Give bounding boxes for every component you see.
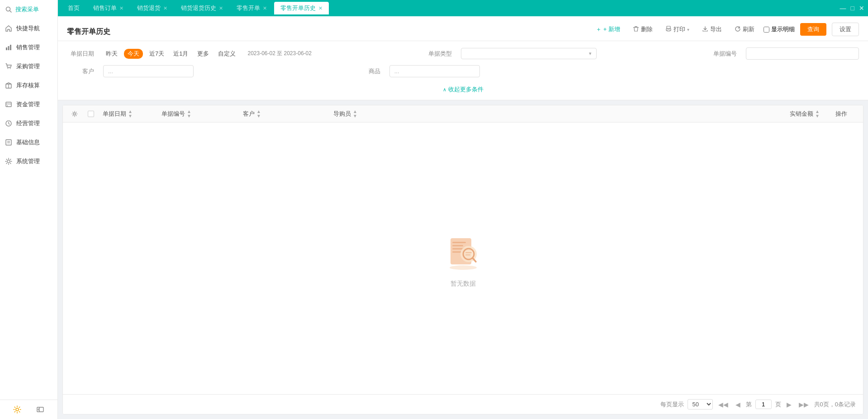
filter-area: 单据日期 昨天 今天 近7天 近1月 更多 自定义 2023-06-02 至 2… (58, 41, 868, 100)
delete-button[interactable]: 删除 (629, 24, 656, 35)
th-date[interactable]: 单据日期 ▲▼ (99, 109, 158, 118)
tab-close-icon[interactable]: ✕ (318, 5, 323, 11)
th-action: 操作 (823, 110, 859, 118)
export-icon (702, 26, 708, 33)
select-all-checkbox[interactable] (88, 111, 94, 117)
page-header: 零售开单历史 ＋ + 新增 删除 (58, 16, 868, 41)
svg-rect-2 (6, 47, 7, 50)
display-detail-label: 显示明细 (771, 25, 795, 33)
svg-rect-20 (635, 26, 637, 27)
box-icon (5, 81, 13, 89)
main-area: 首页 销售订单 ✕ 销货退货 ✕ 销货退货历史 ✕ 零售开单 ✕ 零售开单历史 … (58, 0, 868, 419)
th-action-label: 操作 (835, 110, 847, 118)
filter-row-1: 单据日期 昨天 今天 近7天 近1月 更多 自定义 2023-06-02 至 2… (67, 47, 859, 60)
tab-close-icon[interactable]: ✕ (263, 5, 267, 11)
export-label: 导出 (710, 25, 722, 33)
doc-type-label: 单据类型 (425, 50, 452, 58)
sidebar-item-label: 库存核算 (16, 81, 40, 89)
settings-button[interactable]: 设置 (832, 23, 859, 36)
refresh-button[interactable]: 刷新 (731, 24, 758, 35)
close-button[interactable]: ✕ (859, 5, 864, 12)
date-option-1month[interactable]: 近1月 (171, 49, 191, 59)
sidebar-item-system-mgmt[interactable]: 系统管理 (0, 152, 57, 171)
sidebar-item-label: 基础信息 (16, 138, 40, 146)
collapse-sidebar-icon[interactable] (36, 405, 44, 414)
th-amount[interactable]: 实销金额 ▲▼ (769, 109, 823, 118)
sidebar-item-label: 销售管理 (16, 43, 40, 52)
detail-checkbox-input[interactable] (764, 27, 769, 33)
collapse-button[interactable]: ∧ 收起更多条件 (67, 83, 859, 94)
svg-rect-23 (667, 30, 670, 31)
svg-rect-4 (10, 45, 11, 50)
tab-close-icon[interactable]: ✕ (163, 5, 167, 11)
sidebar-item-finance[interactable]: 资金管理 (0, 95, 57, 114)
sidebar-item-quick-nav[interactable]: 快捷导航 (0, 19, 57, 38)
date-option-7days[interactable]: 近7天 (147, 49, 167, 59)
tab-sales-return-history[interactable]: 销货退货历史 ✕ (175, 2, 229, 14)
tab-retail-open-history[interactable]: 零售开单历史 ✕ (274, 2, 329, 14)
th-settings[interactable] (66, 111, 83, 117)
empty-illustration (441, 229, 486, 274)
goods-select[interactable]: ... (389, 65, 480, 77)
next-page-button[interactable]: ▶ (785, 400, 793, 409)
table-area: 单据日期 ▲▼ 单据编号 ▲▼ 客户 ▲▼ 导购员 ▲▼ 实销金额 (62, 105, 863, 414)
svg-point-24 (74, 113, 76, 115)
th-client[interactable]: 客户 ▲▼ (239, 109, 330, 118)
svg-rect-12 (6, 140, 11, 145)
total-info: 共0页，0条记录 (814, 400, 856, 409)
print-label: 打印 (674, 25, 685, 33)
print-button[interactable]: 打印 ▾ (662, 24, 693, 35)
per-page-select[interactable]: 50 10 20 100 (688, 399, 713, 410)
date-option-yesterday[interactable]: 昨天 (103, 49, 120, 59)
sidebar-search[interactable]: 搜索采单 (0, 0, 57, 19)
tab-label: 首页 (68, 4, 80, 12)
th-num[interactable]: 单据编号 ▲▼ (158, 109, 239, 118)
svg-rect-30 (452, 251, 461, 253)
prev-page-button[interactable]: ◀ (734, 400, 742, 409)
doc-num-input[interactable] (746, 47, 859, 60)
date-range-display: 2023-06-02 至 2023-06-02 (247, 50, 311, 57)
page-number-input[interactable] (755, 400, 772, 409)
tab-sales-order[interactable]: 销售订单 ✕ (87, 2, 130, 14)
sort-icon: ▲▼ (815, 109, 820, 118)
sidebar-item-operations[interactable]: 经营管理 (0, 114, 57, 133)
customer-select[interactable]: ... (103, 65, 194, 77)
query-button[interactable]: 查询 (800, 23, 826, 36)
add-button[interactable]: ＋ + 新增 (592, 24, 624, 35)
th-check[interactable] (83, 111, 99, 117)
th-date-label: 单据日期 (103, 110, 126, 118)
tab-retail-open[interactable]: 零售开单 ✕ (230, 2, 273, 14)
sidebar-item-sales-mgmt[interactable]: 销售管理 (0, 38, 57, 57)
tab-sales-return[interactable]: 销货退货 ✕ (131, 2, 174, 14)
th-guide[interactable]: 导购员 ▲▼ (330, 109, 384, 118)
sidebar-item-purchase-mgmt[interactable]: 采购管理 (0, 57, 57, 76)
svg-point-5 (8, 68, 9, 69)
sidebar-item-basic-info[interactable]: 基础信息 (0, 133, 57, 152)
maximize-button[interactable]: □ (851, 5, 854, 12)
tab-close-icon[interactable]: ✕ (219, 5, 223, 11)
svg-rect-3 (8, 46, 9, 50)
table-header: 单据日期 ▲▼ 单据编号 ▲▼ 客户 ▲▼ 导购员 ▲▼ 实销金额 (63, 105, 863, 122)
empty-text: 暂无数据 (451, 280, 476, 288)
minimize-button[interactable]: — (840, 5, 846, 12)
th-num-label: 单据编号 (161, 110, 185, 118)
tab-home[interactable]: 首页 (62, 2, 86, 14)
window-controls: — □ ✕ (840, 5, 864, 12)
delete-icon (633, 26, 639, 33)
date-option-custom[interactable]: 自定义 (215, 49, 238, 59)
chevron-up-icon: ∧ (443, 87, 446, 93)
svg-point-16 (16, 408, 19, 411)
info-icon (5, 138, 13, 146)
settings-footer-icon[interactable] (13, 405, 21, 414)
doc-type-select[interactable]: ▾ (461, 48, 597, 59)
first-page-button[interactable]: ◀◀ (716, 400, 730, 409)
date-option-today[interactable]: 今天 (124, 49, 143, 59)
toolbar: ＋ + 新增 删除 (592, 23, 859, 41)
date-option-more[interactable]: 更多 (194, 49, 212, 59)
display-detail-checkbox[interactable]: 显示明细 (764, 25, 795, 33)
export-button[interactable]: 导出 (698, 24, 726, 35)
tab-close-icon[interactable]: ✕ (119, 5, 123, 11)
sidebar-item-inventory[interactable]: 库存核算 (0, 76, 57, 95)
last-page-button[interactable]: ▶▶ (797, 400, 811, 409)
sort-icon: ▲▼ (187, 109, 191, 118)
